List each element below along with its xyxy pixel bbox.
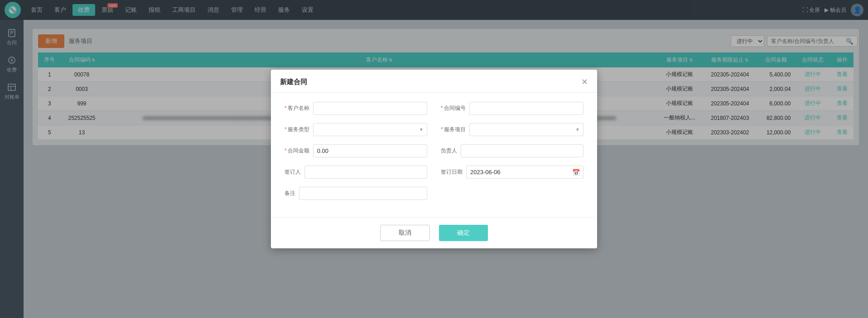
form-group-remarks: 备注 bbox=[285, 187, 427, 200]
service-item-wrapper: ▼ bbox=[469, 123, 583, 136]
sign-date-label: 签订日期 bbox=[441, 168, 463, 176]
form-group-responsible: 负责人 bbox=[441, 144, 583, 157]
modal-overlay: 新建合同 ✕ *客户名称 *合同编号 bbox=[0, 0, 868, 318]
calendar-icon[interactable]: 📅 bbox=[572, 169, 580, 176]
service-item-form-label: *服务项目 bbox=[441, 126, 466, 133]
modal-body: *客户名称 *合同编号 *服务类型 bbox=[271, 93, 597, 217]
amount-label: *合同金额 bbox=[285, 147, 309, 155]
contract-number-input[interactable] bbox=[469, 102, 583, 115]
contract-number-label: *合同编号 bbox=[441, 104, 466, 112]
form-row-4: 签订人 签订日期 📅 bbox=[285, 166, 583, 179]
modal-close-button[interactable]: ✕ bbox=[581, 77, 588, 87]
responsible-person-input[interactable] bbox=[461, 144, 583, 157]
modal-title: 新建合同 bbox=[280, 78, 307, 86]
modal-footer: 取消 确定 bbox=[271, 217, 597, 248]
remarks-input[interactable] bbox=[299, 187, 427, 200]
modal-header: 新建合同 ✕ bbox=[271, 70, 597, 93]
form-group-amount: *合同金额 bbox=[285, 144, 427, 157]
form-row-1: *客户名称 *合同编号 bbox=[285, 102, 583, 115]
service-type-label: *服务类型 bbox=[285, 126, 309, 133]
form-group-service-item: *服务项目 ▼ bbox=[441, 123, 583, 136]
service-type-select[interactable] bbox=[313, 123, 427, 136]
form-group-contract-number: *合同编号 bbox=[441, 102, 583, 115]
form-group-service-type: *服务类型 ▼ bbox=[285, 123, 427, 136]
remarks-label: 备注 bbox=[285, 190, 295, 197]
cancel-button[interactable]: 取消 bbox=[380, 225, 430, 241]
new-contract-modal: 新建合同 ✕ *客户名称 *合同编号 bbox=[271, 70, 597, 248]
form-row-2: *服务类型 ▼ *服务项目 bbox=[285, 123, 583, 136]
form-row-5: 备注 bbox=[285, 187, 583, 200]
form-group-signatory: 签订人 bbox=[285, 166, 427, 179]
signatory-label: 签订人 bbox=[285, 168, 301, 176]
confirm-button[interactable]: 确定 bbox=[439, 225, 488, 241]
form-row-3: *合同金额 负责人 bbox=[285, 144, 583, 157]
service-item-select[interactable] bbox=[469, 123, 583, 136]
sign-date-input[interactable] bbox=[466, 166, 583, 179]
form-group-customer: *客户名称 bbox=[285, 102, 427, 115]
service-type-wrapper: ▼ bbox=[313, 123, 427, 136]
customer-name-input[interactable] bbox=[313, 102, 427, 115]
contract-amount-input[interactable] bbox=[313, 144, 427, 157]
signatory-input[interactable] bbox=[304, 166, 427, 179]
customer-name-label: *客户名称 bbox=[285, 104, 309, 112]
responsible-person-label: 负责人 bbox=[441, 147, 457, 155]
form-group-sign-date: 签订日期 📅 bbox=[441, 166, 583, 179]
